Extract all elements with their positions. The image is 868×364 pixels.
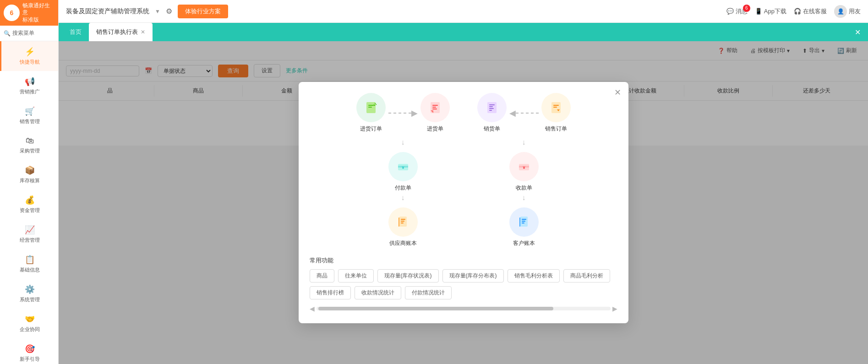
node-receipt[interactable]: ¥ 收款单 [509,152,539,192]
sidebar-logo: 6 畅康通好生意 标准版 [0,0,58,26]
modal-scrollbar: ◀ ▶ [310,305,617,312]
purchase-order-label: 进货订单 [360,125,382,133]
svg-rect-18 [489,108,494,109]
avatar: 👤 [834,5,847,18]
func-btn-product[interactable]: 商品 [310,269,334,283]
sidebar-item-sales[interactable]: 🛒 销售管理 [0,101,58,130]
sidebar-item-system[interactable]: ⚙️ 系统管理 [0,279,58,309]
svg-rect-21 [553,105,559,106]
online-service-button[interactable]: 🎧 在线客服 [794,7,827,16]
user-profile[interactable]: 👤 用友 [834,5,861,18]
svg-rect-12 [401,221,404,222]
finance-icon: 💰 [25,195,35,205]
supplier-ledger-label: 供应商账本 [389,239,417,247]
func-btn-sales-rank[interactable]: 销售排行榜 [310,286,351,299]
sidebar-item-quicknav[interactable]: ⚡ 快捷导航 [0,41,58,71]
svg-rect-6 [432,109,437,109]
logo-text: 畅康通好生意 标准版 [22,2,55,24]
node-purchase-order[interactable]: 进货订单 [356,93,386,133]
sidebar-item-basicinfo[interactable]: 📋 基础信息 [0,249,58,279]
payment-circle: ¥ [388,152,418,181]
flow-row-top-right: 销货单 ◀ [477,93,571,133]
scroll-right-icon[interactable]: ▶ [612,305,617,312]
message-badge: 6 [743,5,750,12]
trial-button[interactable]: 体验行业方案 [178,5,228,18]
sales-icon: 🛒 [25,106,35,116]
svg-rect-13 [401,223,404,223]
modal-overlay[interactable]: ✕ [59,41,868,364]
node-customer-ledger[interactable]: 客户账本 [509,207,539,247]
func-btn-product-profit[interactable]: 商品毛利分析 [563,269,610,283]
svg-rect-30 [519,217,520,227]
common-functions: 常用功能 商品 往来单位 现存量(库存状况表) 现存量(库存分布表) 销售毛利分… [310,256,617,312]
sidebar-item-purchase[interactable]: 🛍 采购管理 [0,130,58,160]
search-menu-item[interactable]: 🔍 搜索菜单 [0,26,58,41]
top-bar: 装备及固定资产辅助管理系统 ▼ ⚙ 体验行业方案 💬 消息 6 📱 App下载 … [59,0,868,23]
arrow-left-dashed: ◀ [509,108,539,118]
svg-text:¥: ¥ [401,165,404,170]
func-btn-payment-stats[interactable]: 付款情况统计 [405,286,452,299]
purchase-bill-label: 进货单 [427,125,443,133]
arrow-down-3: ↓ [522,138,526,147]
node-purchase-bill[interactable]: 进货单 [420,93,450,133]
content-area: ❓ 帮助 🖨 按模板打印 ▾ ⬆ 导出 ▾ 🔄 刷新 [59,41,868,364]
scrollbar-thumb[interactable] [318,307,554,310]
operations-icon: 📈 [25,225,35,235]
node-payment[interactable]: ¥ 付款单 [388,152,418,192]
node-supplier-ledger[interactable]: 供应商账本 [388,207,418,247]
node-sales-order[interactable]: 销售订单 [541,93,571,133]
dropdown-arrow[interactable]: ▼ [155,8,160,15]
tab-sales-order[interactable]: 销售订单执行表 ✕ [89,23,153,41]
receipt-circle: ¥ [509,152,539,181]
svg-rect-22 [553,107,557,108]
svg-rect-14 [399,217,399,227]
func-btn-stock-status[interactable]: 现存量(库存状况表) [377,269,439,283]
gear-icon[interactable]: ⚙ [166,7,172,16]
svg-rect-27 [522,219,526,220]
svg-rect-29 [522,223,524,223]
flow-modal: ✕ [299,82,628,323]
tab-home[interactable]: 首页 [62,23,89,41]
sidebar-item-inventory[interactable]: 📦 库存核算 [0,160,58,190]
sales-bill-label: 销货单 [484,125,500,133]
top-bar-right: 💬 消息 6 📱 App下载 🎧 在线客服 👤 用友 [726,5,861,18]
func-btn-contacts[interactable]: 往来单位 [338,269,374,283]
arrow-down-4: ↓ [522,194,526,202]
logo-icon: 6 [4,5,20,21]
svg-rect-28 [522,221,525,222]
app-download-button[interactable]: 📱 App下载 [755,7,786,16]
svg-rect-1 [368,105,374,106]
func-btn-stock-dist[interactable]: 现存量(库存分布表) [442,269,504,283]
sidebar-item-marketing[interactable]: 📢 营销推广 [0,71,58,101]
purchase-icon: 🛍 [26,136,34,146]
marketing-icon: 📢 [25,76,35,87]
node-sales-bill[interactable]: 销货单 [477,93,507,133]
tab-bar-close-icon[interactable]: ✕ [851,28,864,37]
scroll-left-icon[interactable]: ◀ [310,305,315,312]
system-icon: ⚙️ [25,284,35,294]
func-btn-sales-profit[interactable]: 销售毛利分析表 [508,269,560,283]
receipt-label: 收款单 [516,184,532,192]
svg-rect-19 [489,110,492,111]
customer-ledger-circle [509,207,539,237]
sidebar-item-collab[interactable]: 🤝 企业协同 [0,309,58,338]
sales-bill-circle [477,93,507,122]
flow-col-down-left: ↓ ¥ 付款单 [388,136,418,247]
svg-rect-15 [487,102,497,113]
tab-bar: 首页 销售订单执行表 ✕ ✕ [59,23,868,41]
quicknav-icon: ⚡ [25,47,35,57]
sidebar-item-operations[interactable]: 📈 经营管理 [0,219,58,249]
download-icon: 📱 [755,8,762,15]
func-btn-receipt-stats[interactable]: 收款情况统计 [355,286,401,299]
sidebar-item-newbie[interactable]: 🎯 新手引导 [0,338,58,364]
scrollbar-track[interactable] [317,307,611,310]
svg-rect-17 [489,106,493,107]
message-button[interactable]: 💬 消息 6 [726,7,748,16]
arrow-down-2: ↓ [401,194,405,202]
svg-rect-4 [432,105,438,106]
inventory-icon: 📦 [25,165,35,175]
modal-close-icon[interactable]: ✕ [614,87,621,98]
sidebar-item-finance[interactable]: 💰 资金管理 [0,190,58,219]
tab-close-icon[interactable]: ✕ [141,29,145,35]
newbie-icon: 🎯 [25,344,35,354]
